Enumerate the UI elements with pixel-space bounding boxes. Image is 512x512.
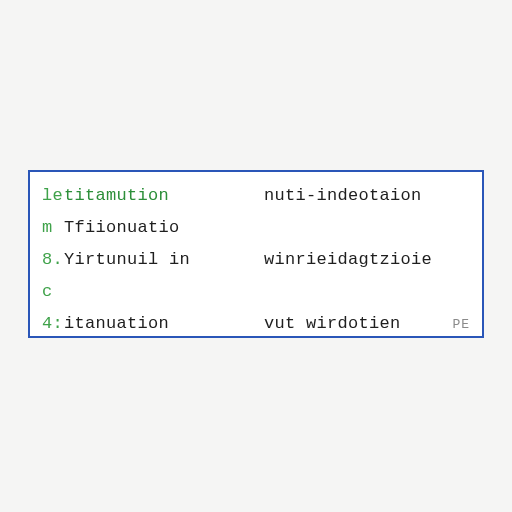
code-token-right: nuti-indeotaion <box>264 186 434 205</box>
code-panel: le titamution nuti-indeotaion m Tfiionua… <box>28 170 484 338</box>
line-gutter: 8. <box>42 250 64 269</box>
line-gutter: c <box>42 282 64 301</box>
code-line: 4: itanuation vut wirdotien PE <box>42 314 470 346</box>
code-line: le titamution nuti-indeotaion <box>42 186 470 218</box>
line-annotation: PE <box>434 317 470 332</box>
code-line: 8. Yirtunuil in winrieidagtzioie <box>42 250 470 282</box>
code-token-left: itanuation <box>64 314 264 333</box>
code-token-right: winrieidagtzioie <box>264 250 434 269</box>
line-gutter: 4: <box>42 314 64 333</box>
code-token-left: Tfiionuatio <box>64 218 264 237</box>
line-gutter: m <box>42 218 64 237</box>
line-gutter: le <box>42 186 64 205</box>
code-token-right: vut wirdotien <box>264 314 434 333</box>
code-line: c <box>42 282 470 314</box>
code-token-left: Yirtunuil in <box>64 250 264 269</box>
code-token-left: titamution <box>64 186 264 205</box>
code-line: m Tfiionuatio <box>42 218 470 250</box>
